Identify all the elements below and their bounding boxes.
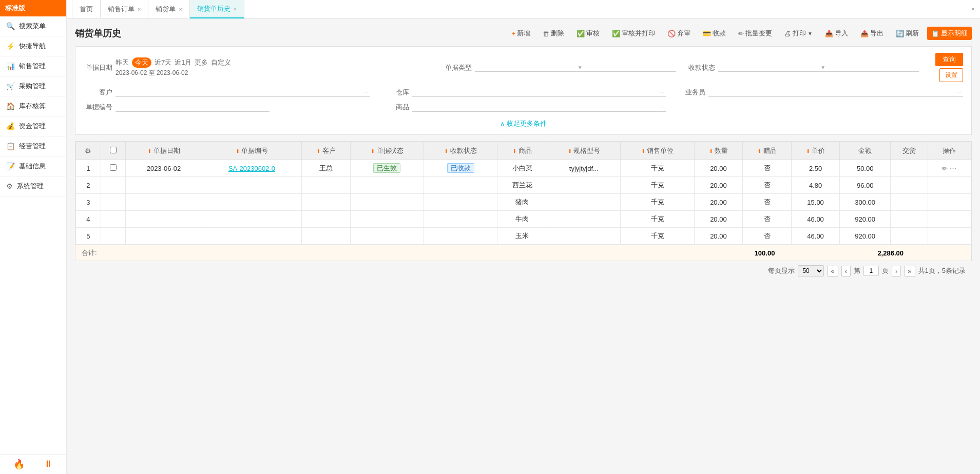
table-row: 2 西兰花 千克 20.00 否 4.80 96.00 <box>76 177 971 194</box>
delete-button[interactable]: 🗑 删除 <box>539 27 568 40</box>
collapse-button[interactable]: ∧ 收起更多条件 <box>500 119 547 128</box>
more-icon[interactable]: ⋯ <box>950 165 956 172</box>
abandon-icon: 🚫 <box>667 30 676 37</box>
table-footer: 合计: 100.00 2,286.00 <box>75 245 972 261</box>
sidebar-item-quick-nav[interactable]: ⚡ 快捷导航 <box>0 36 66 56</box>
collect-status-label: 收款状态 <box>686 63 715 72</box>
refresh-button[interactable]: 🔄 刷新 <box>892 27 923 40</box>
table-body: 1 2023-06-02 SA-20230602-0 王总 已生效 已收款 小白… <box>76 160 971 245</box>
data-table-wrapper: ⚙ ⬆ 单据日期 ⬆ 单据编号 ⬆ 客户 ⬆ 单据状态 ⬆ 收款状态 ⬆ 商品 … <box>75 141 972 245</box>
warehouse-input[interactable] <box>412 87 658 96</box>
row-index: 5 <box>76 228 101 245</box>
per-page-select[interactable]: 50 10 20 100 <box>798 265 824 276</box>
row-check[interactable] <box>110 164 117 171</box>
sidebar-item-basic-info[interactable]: 📝 基础信息 <box>0 156 66 176</box>
abandon-button[interactable]: 🚫 弃审 <box>663 27 695 40</box>
row-spec <box>547 228 621 245</box>
shortcut-yesterday[interactable]: 昨天 <box>116 58 129 67</box>
shortcut-more[interactable]: 更多 <box>195 58 208 67</box>
shortcut-today[interactable]: 今天 <box>132 57 151 68</box>
tab-sales-order-close[interactable]: × <box>138 6 141 12</box>
filter-salesperson-field: 业务员 ··· <box>677 87 963 97</box>
collect-button[interactable]: 💳 收款 <box>699 27 730 40</box>
page-input[interactable] <box>863 266 879 276</box>
sidebar-item-finance[interactable]: 💰 资金管理 <box>0 116 66 136</box>
shortcut-last7days[interactable]: 近7天 <box>155 58 171 67</box>
print-icon: 🖨 <box>784 30 791 37</box>
row-amount: 300.00 <box>840 194 891 211</box>
salesperson-input[interactable] <box>708 87 954 96</box>
import-button[interactable]: 📥 导入 <box>821 27 852 40</box>
tab-sales-order[interactable]: 销售订单 × <box>101 0 148 18</box>
show-detail-button[interactable]: 📋 显示明细 <box>927 27 972 40</box>
tab-bar-close[interactable]: × <box>971 5 975 13</box>
shortcut-custom[interactable]: 自定义 <box>211 58 231 67</box>
row-trade <box>890 211 928 228</box>
row-checkbox[interactable] <box>101 160 126 177</box>
next-page-btn[interactable]: › <box>892 266 901 276</box>
doc-type-select[interactable]: ▼ <box>475 64 676 72</box>
last-page-btn[interactable]: » <box>904 266 915 276</box>
first-page-btn[interactable]: « <box>827 266 838 276</box>
settings-gear-icon[interactable]: ⚙ <box>85 147 91 155</box>
row-goods: 小白菜 <box>497 160 547 177</box>
page-content: 销货单历史 + 新增 🗑 删除 ✅ 审核 ✅ 审核并打印 <box>67 18 980 474</box>
tab-sales-goods-close[interactable]: × <box>179 6 182 12</box>
tab-sales-history-close[interactable]: × <box>234 6 237 12</box>
edit-icon[interactable]: ✏ <box>942 165 948 172</box>
sidebar-item-ops-mgmt[interactable]: 📋 经营管理 <box>0 136 66 156</box>
goods-dots-btn[interactable]: ··· <box>658 104 666 110</box>
audit-print-button[interactable]: ✅ 审核并打印 <box>608 27 659 40</box>
salesperson-dots-btn[interactable]: ··· <box>954 89 963 95</box>
row-index: 1 <box>76 160 101 177</box>
total-quantity: 100.00 <box>755 249 775 257</box>
batch-change-button[interactable]: ✏ 批量变更 <box>734 27 776 40</box>
select-all-checkbox[interactable] <box>110 147 117 153</box>
row-checkbox[interactable] <box>101 211 126 228</box>
new-button[interactable]: + 新增 <box>508 27 535 40</box>
col-settings[interactable]: ⚙ <box>76 142 101 160</box>
sidebar-item-sys-mgmt[interactable]: ⚙ 系统管理 <box>0 176 66 196</box>
table-row: 5 玉米 千克 20.00 否 46.00 920.00 <box>76 228 971 245</box>
filter-row-3: 单据编号 商品 ··· <box>84 102 963 112</box>
row-checkbox[interactable] <box>101 194 126 211</box>
row-unit-price: 46.00 <box>791 228 840 245</box>
col-trade: 交货 <box>890 142 928 160</box>
sidebar-item-search-menu[interactable]: 🔍 搜索菜单 <box>0 16 66 36</box>
row-collect-status <box>424 211 497 228</box>
settings-button[interactable]: 设置 <box>939 68 963 82</box>
col-checkbox[interactable] <box>101 142 126 160</box>
audit-icon: ✅ <box>577 30 585 37</box>
tab-home[interactable]: 首页 <box>72 0 101 18</box>
row-unit-price: 15.00 <box>791 194 840 211</box>
row-sales-unit: 千克 <box>621 194 694 211</box>
customer-dots-btn[interactable]: ··· <box>361 89 370 95</box>
row-docno: SA-20230602-0 <box>202 160 301 177</box>
sidebar-item-purchase-mgmt[interactable]: 🛒 采购管理 <box>0 76 66 96</box>
refresh-icon: 🔄 <box>896 30 904 37</box>
tab-sales-goods[interactable]: 销货单 × <box>148 0 189 18</box>
row-checkbox[interactable] <box>101 228 126 245</box>
shortcut-last1month[interactable]: 近1月 <box>175 58 191 67</box>
print-button[interactable]: 🖨 打印 ▼ <box>780 27 817 40</box>
collect-status-select[interactable]: ▼ <box>718 64 919 72</box>
col-unit-price: ⬆ 单价 <box>791 142 840 160</box>
row-checkbox[interactable] <box>101 177 126 194</box>
export-button[interactable]: 📤 导出 <box>856 27 888 40</box>
customer-input[interactable] <box>116 87 361 96</box>
sidebar-pause-btn[interactable]: ⏸ <box>44 459 53 470</box>
total-label: 合计: <box>82 248 97 258</box>
query-button[interactable]: 查询 <box>935 53 963 66</box>
sidebar-fire-btn[interactable]: 🔥 <box>13 459 25 470</box>
warehouse-dots-btn[interactable]: ··· <box>658 89 666 95</box>
goods-input[interactable] <box>412 102 658 111</box>
table-row: 1 2023-06-02 SA-20230602-0 王总 已生效 已收款 小白… <box>76 160 971 177</box>
sidebar-item-inventory[interactable]: 🏠 库存核算 <box>0 96 66 116</box>
tab-sales-history[interactable]: 销货单历史 × <box>190 0 244 18</box>
audit-button[interactable]: ✅ 审核 <box>572 27 604 40</box>
row-amount: 96.00 <box>840 177 891 194</box>
sidebar-item-sales-mgmt[interactable]: 📊 销售管理 <box>0 56 66 76</box>
batch-icon: ✏ <box>738 30 744 37</box>
docno-input[interactable] <box>116 102 270 112</box>
prev-page-btn[interactable]: ‹ <box>841 266 851 276</box>
